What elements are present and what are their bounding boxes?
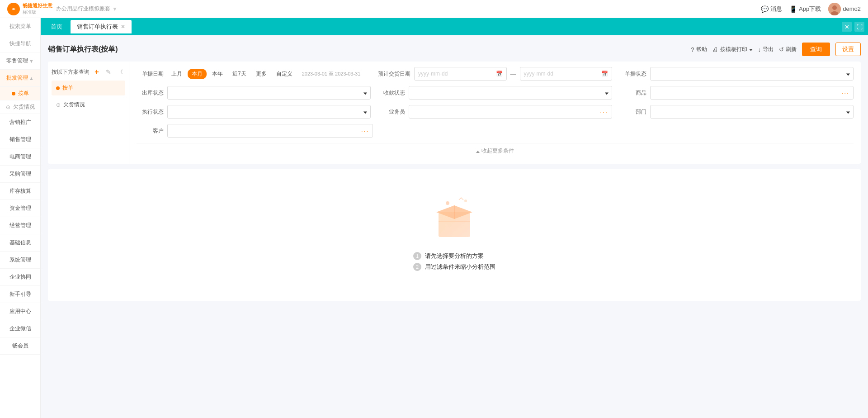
filter-single-status: 单据状态 <box>619 67 854 81</box>
date-btn-custom[interactable]: 自定义 <box>272 69 297 79</box>
sidebar-item-sales[interactable]: 销售管理 <box>0 131 40 148</box>
top-header: 畅捷通好生意 标准版 办公用品行业模拟账套 ▼ 💬 消息 📱 App下载 dem… <box>0 0 868 18</box>
filter-department: 部门 <box>619 105 854 119</box>
refresh-button[interactable]: ↺ 刷新 <box>779 46 797 53</box>
tab-home[interactable]: 首页 <box>44 20 69 33</box>
customer-input[interactable]: ··· <box>167 124 373 138</box>
delivery-date-to[interactable]: yyyy-mm-dd 📅 <box>520 67 613 81</box>
search-button[interactable]: 查询 <box>802 43 830 56</box>
filter-goods: 商品 ··· <box>619 86 854 100</box>
print-icon: 🖨 <box>712 46 718 53</box>
message-button[interactable]: 💬 消息 <box>761 5 782 13</box>
sidebar-item-member[interactable]: 畅会员 <box>0 337 40 355</box>
tab-maximize-button[interactable]: ⛶ <box>854 22 864 32</box>
filter-row-4: 客户 ··· <box>137 124 854 138</box>
filter-delivery-date: 预计交货日期 yyyy-mm-dd 📅 — yyyy-mm-dd 📅 <box>378 67 612 81</box>
page-content: 销售订单执行表(按单) ? 帮助 🖨 按模板打印 ↓ 导出 <box>41 35 868 418</box>
clock-icon: ⊙ <box>6 104 10 110</box>
date-btn-last-month[interactable]: 上月 <box>167 69 186 79</box>
sidebar-item-basic[interactable]: 基础信息 <box>0 234 40 252</box>
print-template-button[interactable]: 🖨 按模板打印 <box>712 46 753 53</box>
scheme-edit-button[interactable]: ✎ <box>104 67 113 77</box>
sidebar-item-enterprise[interactable]: 企业协同 <box>0 269 40 286</box>
collapse-bar: 收起更多条件 <box>137 143 854 158</box>
filter-payment-status: 收款状态 <box>378 86 612 100</box>
orange-dot-icon <box>12 92 15 95</box>
sidebar-item-newbie[interactable]: 新手引导 <box>0 286 40 303</box>
delivery-date-from[interactable]: yyyy-mm-dd 📅 <box>414 67 507 81</box>
user-avatar[interactable]: demo2 <box>828 3 861 15</box>
tab-close-window-button[interactable]: ✕ <box>842 22 852 32</box>
help-icon: ? <box>691 46 694 53</box>
page-title: 销售订单执行表(按单) <box>48 45 118 54</box>
date-btn-more[interactable]: 更多 <box>252 69 271 79</box>
sidebar-item-quick-nav[interactable]: 快捷导航 <box>0 35 40 52</box>
tab-controls: ✕ ⛶ <box>842 22 864 32</box>
sidebar-item-finance[interactable]: 资金管理 <box>0 200 40 217</box>
scheme-item-order[interactable]: 按单 <box>52 81 125 95</box>
svg-point-2 <box>832 5 837 10</box>
scheme-panel: 按以下方案查询 + ✎ 《 <box>48 62 129 164</box>
chevron-up-icon <box>476 148 480 154</box>
sidebar-item-marketing[interactable]: 营销推广 <box>0 114 40 131</box>
date-btn-this-year[interactable]: 本年 <box>208 69 227 79</box>
single-status-select[interactable] <box>650 67 854 81</box>
sidebar-item-ecommerce[interactable]: 电商管理 <box>0 148 40 166</box>
empty-step-1: 1 请先选择要分析的方案 <box>413 252 495 260</box>
app-download-button[interactable]: 📱 App下载 <box>789 5 821 13</box>
sidebar-sub-owe[interactable]: ⊙ 欠货情况 <box>0 100 40 114</box>
chevron-down-icon-status <box>846 71 850 77</box>
chevron-down-icon-exec <box>363 109 367 115</box>
help-button[interactable]: ? 帮助 <box>691 46 707 53</box>
export-button[interactable]: ↓ 导出 <box>758 46 774 53</box>
sidebar-item-inventory[interactable]: 库存核算 <box>0 183 40 200</box>
chevron-down-icon-payment <box>605 90 609 96</box>
sidebar-item-corp-wechat[interactable]: 企业微信 <box>0 320 40 337</box>
sidebar-item-search[interactable]: 搜索菜单 <box>0 18 40 35</box>
sidebar-item-system[interactable]: 系统管理 <box>0 252 40 269</box>
date-quick-btns: 上月 本月 本年 近7天 更多 自定义 <box>167 69 297 79</box>
scheme-actions: + ✎ 《 <box>92 67 125 77</box>
svg-point-6 <box>446 201 449 205</box>
sidebar-item-purchase[interactable]: 采购管理 <box>0 166 40 183</box>
svg-point-7 <box>464 200 467 202</box>
goods-input[interactable]: ··· <box>650 86 854 100</box>
filter-customer: 客户 ··· <box>137 124 373 138</box>
empty-state: 1 请先选择要分析的方案 2 用过滤条件来缩小分析范围 <box>48 169 861 301</box>
warehouse-status-select[interactable] <box>167 86 371 100</box>
sidebar-item-app-center[interactable]: 应用中心 <box>0 303 40 320</box>
salesperson-input[interactable]: ··· <box>409 105 612 119</box>
department-select[interactable] <box>650 105 854 119</box>
chevron-down-icon-warehouse <box>363 90 367 96</box>
sidebar: 搜索菜单 快捷导航 零售管理 ▼ 批发管理 ▲ 按单 ⊙ 欠货情况 营销推广 销… <box>0 18 41 418</box>
page-title-bar: 销售订单执行表(按单) ? 帮助 🖨 按模板打印 ↓ 导出 <box>48 43 861 56</box>
sidebar-item-operation[interactable]: 经营管理 <box>0 217 40 234</box>
breadcrumb: 办公用品行业模拟账套 ▼ <box>56 5 118 13</box>
sidebar-item-wholesale[interactable]: 批发管理 ▲ <box>0 70 40 87</box>
chevron-down-icon <box>749 46 753 52</box>
filter-single-date: 单据日期 上月 本月 本年 近7天 更多 自定义 2023-03-01 至 20… <box>137 69 371 79</box>
exec-status-select[interactable] <box>167 105 371 119</box>
scheme-header: 按以下方案查询 + ✎ 《 <box>52 67 125 77</box>
split-panel: 按以下方案查询 + ✎ 《 <box>48 62 861 164</box>
calendar-icon: 📅 <box>496 71 503 77</box>
scheme-collapse-button[interactable]: 《 <box>115 67 125 77</box>
empty-illustration <box>427 196 481 243</box>
content-area: 首页 销售订单执行表 ✕ ✕ ⛶ 销售订单执行表(按单) ? 帮助 <box>41 18 868 418</box>
logo-icon <box>7 3 20 15</box>
date-btn-7days[interactable]: 近7天 <box>228 69 250 79</box>
settings-button[interactable]: 设置 <box>835 43 861 56</box>
tab-close-icon[interactable]: ✕ <box>121 24 125 30</box>
filter-panel: 单据日期 上月 本月 本年 近7天 更多 自定义 2023-03-01 至 20… <box>129 62 861 164</box>
refresh-icon: ↺ <box>779 46 784 53</box>
main-layout: 搜索菜单 快捷导航 零售管理 ▼ 批发管理 ▲ 按单 ⊙ 欠货情况 营销推广 销… <box>0 18 868 418</box>
collapse-more-button[interactable]: 收起更多条件 <box>476 147 514 155</box>
scheme-item-owe[interactable]: ⊙ 欠货情况 <box>52 97 125 112</box>
tab-sales-order[interactable]: 销售订单执行表 ✕ <box>71 20 132 33</box>
sidebar-item-retail[interactable]: 零售管理 ▼ <box>0 52 40 70</box>
date-btn-this-month[interactable]: 本月 <box>188 69 207 79</box>
payment-status-select[interactable] <box>409 86 612 100</box>
sidebar-sub-order[interactable]: 按单 <box>0 87 40 100</box>
calendar-icon-2: 📅 <box>601 71 608 77</box>
scheme-add-button[interactable]: + <box>92 67 102 77</box>
